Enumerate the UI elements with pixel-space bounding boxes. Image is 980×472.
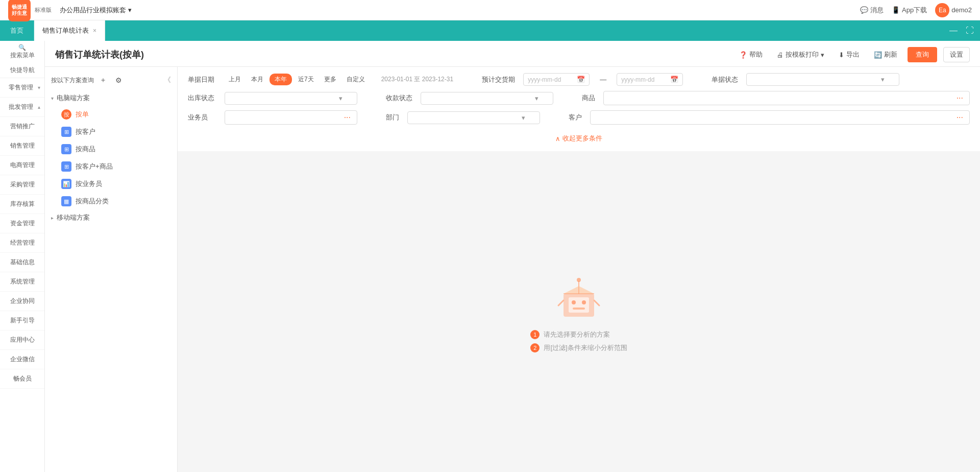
sidebar-item-inventory[interactable]: 库存核算 [0, 195, 44, 214]
mobile-scheme-label: 移动端方案 [57, 213, 90, 222]
tab-expand-icon[interactable]: ⛶ [964, 26, 976, 35]
avatar: Ea [935, 3, 949, 17]
doc-status-dropdown-icon: ▾ [881, 76, 885, 83]
query-button[interactable]: 查询 [908, 47, 937, 62]
customer-select[interactable]: ··· [590, 110, 970, 125]
salesperson-select[interactable]: ··· [225, 110, 357, 125]
logo: 畅捷通好生意 [8, 0, 31, 21]
sidebar-item-retail[interactable]: 零售管理 ▾ [0, 78, 44, 98]
sidebar-item-basic-info[interactable]: 基础信息 [0, 253, 44, 272]
product-select[interactable]: ··· [603, 91, 970, 105]
hint-num-1: 1 [530, 330, 540, 339]
message-icon: 💬 [860, 6, 868, 14]
expected-date-end[interactable]: yyyy-mm-dd 📅 [617, 73, 683, 86]
refresh-icon: 🔄 [874, 51, 882, 59]
sidebar-item-purchase-label: 采购管理 [4, 180, 40, 189]
sidebar-quick-nav[interactable]: 快捷导航 [0, 63, 44, 78]
svg-rect-7 [573, 308, 585, 310]
sidebar-search[interactable]: 🔍 搜索菜单 [0, 41, 44, 63]
sidebar-item-ecommerce[interactable]: 电商管理 [0, 156, 44, 175]
refresh-button[interactable]: 🔄 刷新 [870, 48, 901, 61]
export-button[interactable]: ⬇ 导出 [835, 48, 864, 61]
add-scheme-button[interactable]: ＋ [97, 74, 109, 86]
sidebar-item-marketing-label: 营销推广 [4, 122, 40, 131]
mobile-scheme-parent[interactable]: ▸ 移动端方案 [45, 210, 177, 225]
sidebar-item-sales-label: 销售管理 [4, 141, 40, 150]
sidebar-item-app-center[interactable]: 应用中心 [0, 331, 44, 350]
help-button[interactable]: ❓ 帮助 [735, 48, 767, 61]
date-btn-this-year[interactable]: 本年 [270, 74, 292, 85]
doc-status-select[interactable]: ▾ [746, 73, 899, 86]
department-dropdown-icon: ▾ [522, 114, 525, 122]
sidebar-item-inventory-label: 库存核算 [4, 200, 40, 208]
panel-toolbar: 按以下方案查询 ＋ ⚙ 《 [45, 72, 177, 90]
sidebar-item-wechat[interactable]: 企业微信 [0, 350, 44, 369]
scheme-by-order[interactable]: 按 按单 [45, 106, 177, 123]
scheme-panel: 按以下方案查询 ＋ ⚙ 《 ▾ 电脑端方案 按 按单 ⊞ [45, 67, 178, 472]
tab-close-icon[interactable]: × [93, 27, 96, 34]
customer-more-icon: ··· [954, 113, 965, 122]
scheme-by-customer[interactable]: ⊞ 按客户 [45, 123, 177, 140]
sidebar-item-wholesale[interactable]: 批发管理 ▴ [0, 98, 44, 117]
settings-scheme-button[interactable]: ⚙ [112, 74, 125, 86]
svg-point-6 [582, 300, 586, 304]
department-select[interactable]: ▾ [407, 111, 540, 124]
payment-dropdown-icon: ▾ [535, 95, 538, 102]
empty-illustration [548, 271, 609, 322]
expected-date-start[interactable]: yyyy-mm-dd 📅 [523, 73, 590, 86]
chevron-down-icon: ▾ [128, 6, 132, 14]
collapse-button[interactable]: ∧ 收起更多条件 [188, 130, 970, 145]
scheme-by-salesperson[interactable]: 📊 按业务员 [45, 175, 177, 193]
sidebar-search-label: 搜索菜单 [10, 52, 35, 59]
empty-hint-1-text: 请先选择要分析的方案 [544, 330, 610, 339]
sidebar-item-marketing[interactable]: 营销推广 [0, 117, 44, 136]
sidebar-item-system[interactable]: 系统管理 [0, 272, 44, 292]
app-selector[interactable]: 办公用品行业模拟账套 ▾ [56, 6, 136, 15]
sidebar-item-cooperation[interactable]: 企业协同 [0, 292, 44, 311]
sidebar-item-basic-info-label: 基础信息 [4, 258, 40, 267]
chevron-icon: ▾ [38, 85, 40, 90]
sidebar-item-finance[interactable]: 资金管理 [0, 214, 44, 233]
pc-scheme-parent[interactable]: ▾ 电脑端方案 [45, 90, 177, 106]
sidebar-item-member[interactable]: 畅会员 [0, 369, 44, 389]
payment-status-select[interactable]: ▾ [421, 92, 553, 105]
date-btn-custom[interactable]: 自定义 [342, 74, 369, 85]
export-icon: ⬇ [839, 51, 844, 59]
date-btn-last-month[interactable]: 上月 [225, 74, 245, 85]
date-btn-more[interactable]: 更多 [320, 74, 340, 85]
mobile-scheme-section: ▸ 移动端方案 [45, 210, 177, 225]
sidebar-item-sales[interactable]: 销售管理 [0, 136, 44, 156]
scheme-label-product: 按商品 [76, 145, 95, 154]
print-label: 按模板打印 [786, 50, 819, 59]
help-icon: ❓ [739, 51, 747, 59]
user-profile[interactable]: Ea demo2 [935, 3, 972, 17]
scheme-by-product[interactable]: ⊞ 按商品 [45, 140, 177, 158]
svg-point-5 [572, 300, 576, 304]
calendar-icon-1: 📅 [577, 76, 585, 83]
sidebar-item-app-center-label: 应用中心 [4, 336, 40, 344]
split-layout: 按以下方案查询 ＋ ⚙ 《 ▾ 电脑端方案 按 按单 ⊞ [45, 67, 980, 472]
sidebar-item-finance-label: 资金管理 [4, 219, 40, 228]
settings-button[interactable]: 设置 [943, 47, 970, 62]
tab-sales-order-stats[interactable]: 销售订单统计表 × [34, 20, 105, 41]
date-btn-this-month[interactable]: 本月 [247, 74, 267, 85]
app-download-button[interactable]: 📱 App下载 [892, 6, 927, 15]
topbar-right: 💬 消息 📱 App下载 Ea demo2 [860, 3, 972, 17]
scheme-by-product-category[interactable]: ▦ 按商品分类 [45, 193, 177, 210]
refresh-label: 刷新 [884, 50, 897, 59]
print-button[interactable]: 🖨 按模板打印 ▾ [773, 48, 828, 61]
date-btn-7days[interactable]: 近7天 [294, 74, 318, 85]
tab-minimize-icon[interactable]: — [947, 26, 960, 35]
tab-home[interactable]: 首页 [0, 20, 34, 41]
panel-collapse-button[interactable]: 《 [164, 76, 171, 85]
scheme-label-customer: 按客户 [76, 127, 95, 136]
empty-hint-1: 1 请先选择要分析的方案 [530, 330, 627, 339]
delivery-status-select[interactable]: ▾ [225, 92, 357, 105]
message-button[interactable]: 💬 消息 [860, 6, 884, 15]
scheme-by-customer-product[interactable]: ⊞ 按客户+商品 [45, 158, 177, 175]
sidebar-item-operations[interactable]: 经营管理 [0, 233, 44, 253]
sidebar-item-purchase[interactable]: 采购管理 [0, 175, 44, 195]
product-more-icon: ··· [954, 93, 965, 103]
sidebar-item-tutorial[interactable]: 新手引导 [0, 311, 44, 331]
filter-row-2: 出库状态 ▾ 收款状态 ▾ 商品 ··· [188, 91, 970, 105]
